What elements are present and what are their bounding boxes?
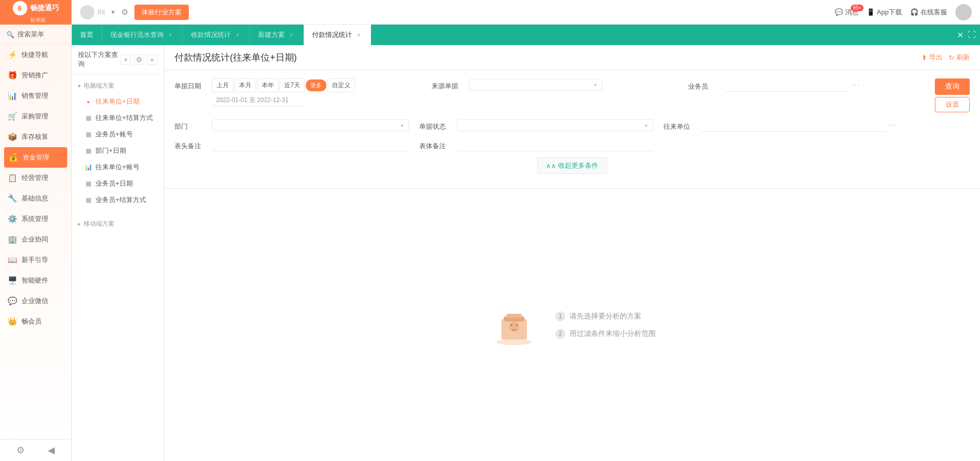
sidebar-item-basic[interactable]: 🔧 基础信息 [0,188,71,209]
sidebar-item-wechat[interactable]: 💬 企业微信 [0,291,71,311]
sidebar-item-inventory[interactable]: 📦 库存核算 [0,127,71,147]
scheme-item-业务员+账号[interactable]: ▦业务员+账号 [72,126,164,143]
source-label: 来源单据 [432,78,465,91]
hint-num-1: 1 [555,311,565,322]
tab-close-new-scheme[interactable]: × [288,31,295,38]
sidebar-item-marketing[interactable]: 🎁 营销推广 [0,65,71,86]
scheme-item-label: 往来单位+结算方式 [95,113,153,123]
svg-point-6 [516,324,518,326]
header-note-input[interactable] [212,138,409,151]
tabs-container: 首页现金银行流水查询×收款情况统计×新建方案×付款情况统计× [72,25,371,45]
scheme-item-label: 业务员+账号 [95,130,133,139]
online-service-item[interactable]: 🎧 在线客服 [910,8,947,17]
group-arrow-icon: ▸ [78,221,81,227]
salesperson-input[interactable] [726,78,849,92]
left-panel: 按以下方案查询 + ⚙ « ▾电脑端方案●往来单位+日期▦往来单位+结算方式▦业… [72,45,164,461]
scheme-item-业务员+日期[interactable]: ▦业务员+日期 [72,175,164,192]
tab-label-home: 首页 [80,30,93,39]
topbar-settings-icon[interactable]: ⚙ [121,7,128,17]
scheme-item-往来单位+账号[interactable]: 📊往来单位+账号 [72,159,164,175]
refresh-btn[interactable]: ↻ 刷新 [949,53,970,62]
message-item[interactable]: 💬 消息 99+ [835,8,858,17]
scheme-item-往来单位+结算方式[interactable]: ▦往来单位+结算方式 [72,110,164,126]
filter-settings-btn[interactable]: 设置 [935,97,970,112]
svg-rect-3 [506,314,522,318]
scheme-item-往来单位+日期[interactable]: ●往来单位+日期 [72,93,164,110]
tab-close-receipt-stats[interactable]: × [234,31,241,38]
online-service-label: 在线客服 [920,8,947,17]
tab-receipt-stats[interactable]: 收款情况统计× [183,25,250,45]
sidebar-label-guide: 新手引导 [22,255,48,265]
app-download-item[interactable]: 📱 App下载 [867,8,902,17]
sidebar-settings-icon[interactable]: ⚙ [16,445,25,456]
dept-select[interactable]: ▾ [212,119,409,131]
partner-input[interactable] [701,118,886,132]
sidebar-icon-collab: 🏢 [7,234,17,245]
trial-btn[interactable]: 体验行业方案 [134,5,189,20]
empty-state: 1 请先选择要分析的方案 2 用过滤条件来缩小分析范围 [488,298,656,351]
close-tab-icon[interactable]: ✕ [957,30,964,40]
empty-hint-1: 1 请先选择要分析的方案 [555,311,656,322]
tab-close-bank[interactable]: × [167,31,174,38]
message-icon: 💬 [835,8,843,16]
this-month-btn[interactable]: 本月 [234,78,256,92]
search-menu-label: 搜索菜单 [17,30,44,39]
scheme-item-业务员+结算方式[interactable]: ▦业务员+结算方式 [72,192,164,208]
tab-home[interactable]: 首页 [72,25,102,45]
sidebar-bottom: ⚙ ◀ [0,439,71,461]
sidebar-icon-purchase: 🛒 [7,111,17,122]
scheme-item-部门+日期[interactable]: ▦部门+日期 [72,143,164,159]
export-btn[interactable]: ⬆ 导出 [922,53,943,62]
sidebar-label-inventory: 库存核算 [22,132,48,142]
sidebar-item-guide[interactable]: 📖 新手引导 [0,250,71,270]
tab-bank[interactable]: 现金银行流水查询× [102,25,183,45]
tab-label-payment-stats: 付款情况统计 [312,30,352,39]
scheme-group-电脑端方案: ▾电脑端方案●往来单位+日期▦往来单位+结算方式▦业务员+账号▦部门+日期📊往来… [72,74,164,212]
source-select[interactable]: ▾ [469,79,602,91]
sidebar-item-sales[interactable]: 📊 销售管理 [0,86,71,106]
tab-payment-stats[interactable]: 付款情况统计× [304,25,371,45]
body-note-input[interactable] [457,138,654,151]
sidebar-icon-quick-nav: ⚡ [7,50,17,60]
sidebar-item-business[interactable]: 📋 经营管理 [0,168,71,188]
tab-label-receipt-stats: 收款情况统计 [191,30,231,39]
last-7-days-btn[interactable]: 近7天 [280,78,305,92]
search-icon: 🔍 [6,31,14,38]
salesperson-more-icon[interactable]: ··· [851,81,860,90]
collapse-arrow-icon: ∧∧ [546,162,556,170]
this-year-btn[interactable]: 本年 [257,78,279,92]
collapse-panel-btn[interactable]: « [147,54,158,65]
sidebar-collapse-icon[interactable]: ◀ [48,445,55,456]
sidebar-label-member: 畅会员 [22,317,42,326]
tab-new-scheme[interactable]: 新建方案× [250,25,304,45]
app-icon: 📱 [867,8,875,16]
search-menu-item[interactable]: 🔍 搜索菜单 [0,25,71,45]
collapse-conditions-btn[interactable]: ∧∧ 收起更多条件 [537,157,607,174]
status-select[interactable]: ▾ [457,119,654,131]
maximize-icon[interactable]: ⛶ [968,30,976,39]
more-dates-btn[interactable]: 更多 [306,79,326,91]
sidebar-label-basic: 基础信息 [22,194,48,203]
sidebar-item-system[interactable]: ⚙️ 系统管理 [0,209,71,229]
scheme-group-title[interactable]: ▾电脑端方案 [72,78,164,93]
partner-more-icon[interactable]: ··· [888,121,898,130]
custom-date-btn[interactable]: 自定义 [327,78,355,92]
sidebar-item-purchase[interactable]: 🛒 采购管理 [0,106,71,127]
tab-close-payment-stats[interactable]: × [355,31,362,38]
sidebar-item-finance[interactable]: 💰 资金管理 [4,147,67,168]
date-range-input[interactable] [212,94,304,106]
sidebar-item-member[interactable]: 👑 畅会员 [0,311,71,332]
query-btn[interactable]: 查询 [935,78,970,95]
sidebar-item-collab[interactable]: 🏢 企业协同 [0,229,71,250]
topbar-user-avatar[interactable] [955,4,972,21]
scheme-group-title[interactable]: ▸移动端方案 [72,216,164,231]
sidebar-icon-marketing: 🎁 [7,70,17,81]
topbar-dropdown-icon[interactable]: ▾ [111,8,115,16]
scheme-groups: ▾电脑端方案●往来单位+日期▦往来单位+结算方式▦业务员+账号▦部门+日期📊往来… [72,74,164,235]
sidebar-item-hardware[interactable]: 🖥️ 智能硬件 [0,270,71,291]
sidebar-item-quick-nav[interactable]: ⚡ 快捷导航 [0,45,71,65]
group-label: 移动端方案 [84,219,114,228]
last-month-btn[interactable]: 上月 [212,78,233,92]
add-scheme-btn[interactable]: + [121,54,131,65]
scheme-settings-btn[interactable]: ⚙ [134,54,144,65]
